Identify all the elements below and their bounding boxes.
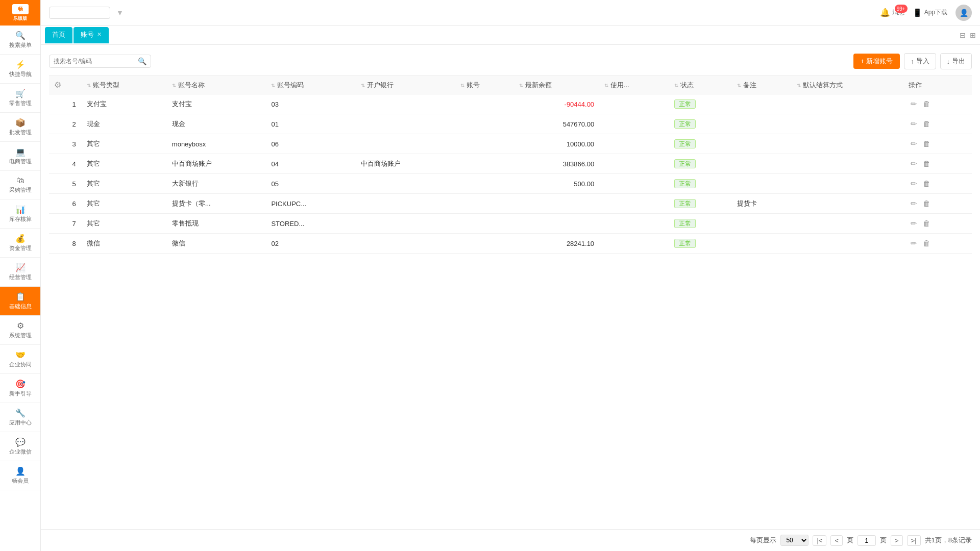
account-search-input[interactable] bbox=[54, 58, 138, 65]
sidebar-item-purchase[interactable]: 🛍 采购管理 bbox=[0, 171, 40, 199]
page-next-button[interactable]: > bbox=[891, 535, 903, 546]
delete-button-7[interactable]: 🗑 bbox=[921, 238, 933, 248]
cell-account-1 bbox=[455, 114, 514, 134]
cell-name-4: 大新银行 bbox=[167, 174, 266, 194]
add-account-button[interactable]: + 新增账号 bbox=[853, 54, 900, 69]
edit-button-0[interactable]: ✏ bbox=[909, 98, 919, 110]
cell-notes-7 bbox=[732, 234, 792, 254]
edit-button-4[interactable]: ✏ bbox=[909, 178, 919, 189]
sidebar-item-shortcut[interactable]: ⚡ 快捷导航 bbox=[0, 55, 40, 84]
cell-account-3 bbox=[455, 154, 514, 174]
header-search-input[interactable] bbox=[49, 7, 110, 19]
edit-button-2[interactable]: ✏ bbox=[909, 138, 919, 149]
tab-expand-button[interactable]: ⊞ bbox=[970, 31, 976, 39]
app-download-button[interactable]: 📱 App下载 bbox=[913, 8, 947, 17]
edit-button-7[interactable]: ✏ bbox=[909, 238, 919, 249]
edit-button-6[interactable]: ✏ bbox=[909, 218, 919, 229]
sidebar-item-basic-label: 基础信息 bbox=[9, 303, 32, 310]
edit-button-1[interactable]: ✏ bbox=[909, 118, 919, 130]
sort-status-icon[interactable]: ⇅ bbox=[674, 83, 678, 88]
search-icon[interactable]: 🔍 bbox=[138, 57, 146, 65]
cell-payment-3 bbox=[792, 154, 903, 174]
sort-type-icon[interactable]: ⇅ bbox=[87, 83, 91, 88]
delete-button-0[interactable]: 🗑 bbox=[921, 98, 933, 109]
status-badge: 正常 bbox=[674, 219, 696, 228]
per-page-select[interactable]: 50 100 200 bbox=[780, 535, 808, 546]
tab-account[interactable]: 账号 ✕ bbox=[74, 27, 109, 43]
import-button[interactable]: ↑ 导入 bbox=[904, 53, 936, 69]
notification-button[interactable]: 🔔 消息 99+ bbox=[880, 8, 904, 17]
sidebar-item-basic[interactable]: 📋 基础信息 bbox=[0, 287, 40, 316]
sidebar-item-guide-label: 新手引导 bbox=[9, 390, 32, 397]
export-button[interactable]: ↓ 导出 bbox=[940, 53, 972, 69]
cell-status-1: 正常 bbox=[669, 114, 732, 134]
sidebar-item-search[interactable]: 🔍 搜索菜单 bbox=[0, 26, 40, 55]
cell-notes-5: 提货卡 bbox=[732, 194, 792, 214]
sort-notes-icon[interactable]: ⇅ bbox=[737, 83, 741, 88]
sidebar-item-appstore[interactable]: 🔧 应用中心 bbox=[0, 403, 40, 432]
cell-payment-6 bbox=[792, 214, 903, 234]
delete-button-2[interactable]: 🗑 bbox=[921, 138, 933, 149]
sort-usage-icon[interactable]: ⇅ bbox=[604, 83, 608, 88]
delete-button-5[interactable]: 🗑 bbox=[921, 198, 933, 209]
header-right: 🔔 消息 99+ 📱 App下载 👤 bbox=[880, 5, 972, 21]
page-input[interactable] bbox=[857, 535, 876, 546]
delete-button-6[interactable]: 🗑 bbox=[921, 218, 933, 229]
status-badge: 正常 bbox=[674, 179, 696, 188]
app-logo-text: 乐版版 bbox=[13, 15, 27, 22]
page-prev-button[interactable]: < bbox=[830, 535, 843, 546]
table-row: 8 微信 微信 02 28241.10 正常 ✏ 🗑 bbox=[49, 234, 972, 254]
sort-code-icon[interactable]: ⇅ bbox=[271, 83, 275, 88]
cell-type-7: 微信 bbox=[82, 234, 167, 254]
table-row: 2 现金 现金 01 547670.00 正常 ✏ 🗑 bbox=[49, 114, 972, 134]
sidebar-item-agreement-label: 企业协同 bbox=[9, 361, 32, 368]
cell-num-5: 6 bbox=[66, 194, 82, 214]
sidebar-item-member[interactable]: 👤 畅会员 bbox=[0, 461, 40, 490]
sidebar-item-operation-label: 经营管理 bbox=[9, 273, 32, 281]
tab-home[interactable]: 首页 bbox=[45, 27, 72, 43]
table-row: 3 其它 moneybosx 06 10000.00 正常 ✏ 🗑 bbox=[49, 134, 972, 154]
delete-button-3[interactable]: 🗑 bbox=[921, 158, 933, 169]
cell-usage-5 bbox=[599, 194, 669, 214]
delete-button-1[interactable]: 🗑 bbox=[921, 118, 933, 129]
sort-payment-icon[interactable]: ⇅ bbox=[797, 83, 801, 88]
col-action: 操作 bbox=[903, 76, 972, 94]
table-row: 6 其它 提货卡（零... PICKUPC... 正常 提货卡 ✏ 🗑 bbox=[49, 194, 972, 214]
main-content: ▼ 🔔 消息 99+ 📱 App下载 👤 首页 账号 ✕ ⊟ bbox=[41, 0, 980, 551]
page-first-button[interactable]: |< bbox=[813, 535, 826, 546]
edit-button-3[interactable]: ✏ bbox=[909, 158, 919, 169]
sidebar-item-inventory[interactable]: 📊 库存核算 bbox=[0, 199, 40, 229]
sort-account-icon[interactable]: ⇅ bbox=[460, 83, 464, 88]
sidebar-item-wholesale-label: 批发管理 bbox=[9, 129, 32, 136]
sidebar-item-system[interactable]: ⚙ 系统管理 bbox=[0, 316, 40, 345]
table-settings-button[interactable]: ⚙ bbox=[54, 80, 61, 90]
sidebar-item-guide[interactable]: 🎯 新手引导 bbox=[0, 374, 40, 403]
sidebar-item-ecommerce[interactable]: 💻 电商管理 bbox=[0, 142, 40, 171]
tab-minimize-button[interactable]: ⊟ bbox=[960, 31, 966, 39]
cell-status-6: 正常 bbox=[669, 214, 732, 234]
sidebar-item-agreement[interactable]: 🤝 企业协同 bbox=[0, 345, 40, 374]
sidebar-item-retail[interactable]: 🛒 零售管理 bbox=[0, 84, 40, 113]
appstore-icon: 🔧 bbox=[15, 408, 26, 418]
edit-button-5[interactable]: ✏ bbox=[909, 198, 919, 209]
user-avatar[interactable]: 👤 bbox=[955, 5, 972, 21]
cell-notes-0 bbox=[732, 94, 792, 114]
bell-icon: 🔔 bbox=[880, 8, 890, 17]
sidebar-item-operation[interactable]: 📈 经营管理 bbox=[0, 258, 40, 287]
sort-balance-icon[interactable]: ⇅ bbox=[519, 83, 523, 88]
sidebar-item-wholesale[interactable]: 📦 批发管理 bbox=[0, 113, 40, 142]
col-usage: ⇅使用... bbox=[599, 76, 669, 94]
cell-balance-1: 547670.00 bbox=[514, 114, 599, 134]
header-dropdown-icon[interactable]: ▼ bbox=[116, 9, 124, 17]
page-last-button[interactable]: >| bbox=[907, 535, 921, 546]
sort-bank-icon[interactable]: ⇅ bbox=[361, 83, 365, 88]
sidebar-item-wechat[interactable]: 💬 企业微信 bbox=[0, 432, 40, 461]
cell-name-2: moneybosx bbox=[167, 134, 266, 154]
delete-button-4[interactable]: 🗑 bbox=[921, 178, 933, 189]
tab-bar: 首页 账号 ✕ ⊟ ⊞ bbox=[41, 26, 980, 45]
sort-name-icon[interactable]: ⇅ bbox=[172, 83, 176, 88]
operation-icon: 📈 bbox=[15, 263, 26, 272]
sidebar-item-finance[interactable]: 💰 资金管理 bbox=[0, 229, 40, 258]
tab-close-icon[interactable]: ✕ bbox=[97, 31, 102, 38]
cell-action-1: ✏ 🗑 bbox=[903, 114, 972, 134]
